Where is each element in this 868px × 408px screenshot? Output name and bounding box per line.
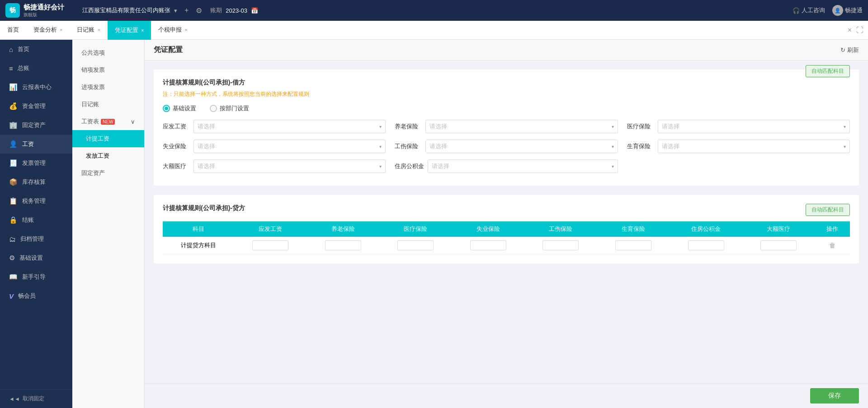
input-td-yfgz[interactable] bbox=[252, 240, 288, 250]
select-gsbx-placeholder: 请选择 bbox=[429, 142, 447, 150]
tab-tax-close-icon[interactable]: × bbox=[184, 27, 187, 33]
credit-table-wrapper: 科目 应发工资 养老保险 医疗保险 失业保险 工伤保险 生育保险 住房公积金 大… bbox=[163, 221, 850, 254]
tab-journal-label: 日记账 bbox=[77, 26, 94, 34]
input-td-ylbx[interactable] bbox=[325, 240, 361, 250]
sub-sidebar-journal[interactable]: 日记账 bbox=[72, 96, 144, 113]
td-dael bbox=[742, 237, 815, 254]
save-button[interactable]: 保存 bbox=[810, 388, 859, 403]
tab-journal-close-icon[interactable]: × bbox=[97, 27, 100, 33]
field-yfgz: 应发工资 请选择 ▾ bbox=[163, 120, 386, 133]
sidebar-item-home[interactable]: ⌂ 首页 bbox=[0, 40, 72, 59]
user-name: 畅捷通 bbox=[845, 6, 863, 14]
refresh-label: 刷新 bbox=[847, 46, 859, 54]
sidebar-item-archive[interactable]: 🗂 归档管理 bbox=[0, 230, 72, 249]
save-section: 保存 bbox=[145, 383, 868, 408]
tab-home[interactable]: 首页 bbox=[0, 21, 26, 40]
refresh-btn[interactable]: ↻ 刷新 bbox=[840, 46, 859, 54]
sidebar-item-asset[interactable]: 🏢 固定资产 bbox=[0, 116, 72, 135]
sub-sidebar-pay-salary[interactable]: 发放工资 bbox=[72, 147, 144, 164]
input-td-sybx2[interactable] bbox=[615, 240, 651, 250]
sub-sidebar-fixed-asset[interactable]: 固定资产 bbox=[72, 164, 144, 182]
select-ylbx2[interactable]: 请选择 ▾ bbox=[658, 120, 850, 133]
sidebar-item-closing[interactable]: 🔒 结账 bbox=[0, 211, 72, 230]
logo-text: 畅捷通好会计 bbox=[24, 3, 64, 11]
select-ylbx[interactable]: 请选择 ▾ bbox=[425, 120, 618, 133]
sub-sidebar-sales-invoice[interactable]: 销项发票 bbox=[72, 61, 144, 79]
sidebar-item-fund[interactable]: 💰 资金管理 bbox=[0, 97, 72, 116]
topbar-right: 🎧 人工咨询 👤 畅捷通 bbox=[793, 5, 863, 16]
headset-icon: 🎧 bbox=[793, 7, 800, 14]
sidebar-item-salary[interactable]: 👤 工资 bbox=[0, 135, 72, 154]
select-gsbx[interactable]: 请选择 ▾ bbox=[425, 140, 618, 153]
add-account-icon[interactable]: + bbox=[184, 6, 189, 14]
sub-sidebar-salary-table[interactable]: 工资表 NEW ∨ bbox=[72, 113, 144, 130]
label-gsbx: 工伤保险 bbox=[395, 142, 422, 150]
sidebar: ⌂ 首页 ≡ 总账 📊 云报表中心 💰 资金管理 🏢 固定资产 👤 工资 🧾 发… bbox=[0, 40, 72, 408]
sidebar-item-ledger[interactable]: ≡ 总账 bbox=[0, 59, 72, 78]
select-sybx[interactable]: 请选择 ▾ bbox=[193, 140, 386, 153]
sub-sidebar-purchase-invoice[interactable]: 进项发票 bbox=[72, 79, 144, 96]
radio-group: 基础设置 按部门设置 bbox=[163, 104, 850, 113]
company-dropdown-icon[interactable]: ▾ bbox=[174, 7, 177, 14]
sidebar-item-report[interactable]: 📊 云报表中心 bbox=[0, 78, 72, 97]
th-dael: 大额医疗 bbox=[742, 221, 815, 237]
user-menu[interactable]: 👤 畅捷通 bbox=[832, 5, 863, 16]
input-td-sybx[interactable] bbox=[470, 240, 506, 250]
debit-form-grid: 应发工资 请选择 ▾ 养老保险 请选择 ▾ 医疗 bbox=[163, 120, 850, 173]
select-zfgjj[interactable]: 请选择 ▾ bbox=[428, 159, 618, 173]
input-td-gsbx[interactable] bbox=[542, 240, 579, 250]
select-dael[interactable]: 请选择 ▾ bbox=[193, 159, 386, 173]
credit-table: 科目 应发工资 养老保险 医疗保险 失业保险 工伤保险 生育保险 住房公积金 大… bbox=[163, 221, 850, 254]
tab-journal[interactable]: 日记账 × bbox=[70, 21, 107, 40]
sidebar-item-vip[interactable]: V 畅会员 bbox=[0, 286, 72, 305]
sidebar-item-invoice[interactable]: 🧾 发票管理 bbox=[0, 154, 72, 173]
tab-fund-analysis[interactable]: 资金分析 × bbox=[26, 21, 70, 40]
table-header-row: 科目 应发工资 养老保险 医疗保险 失业保险 工伤保险 生育保险 住房公积金 大… bbox=[163, 221, 850, 237]
company-selector[interactable]: 江西服宝精品有限责任公司内账张 ▾ + ⚙ 账期 2023-03 📅 bbox=[82, 6, 793, 15]
sidebar-closing-label: 结账 bbox=[22, 216, 34, 224]
auto-match-debit-btn[interactable]: 自动匹配科目 bbox=[806, 65, 850, 77]
radio-dept[interactable]: 按部门设置 bbox=[210, 104, 249, 113]
debit-section: 自动匹配科目 计提核算规则(公司承担)-借方 注：只能选择一种方式，系统将按照您… bbox=[154, 70, 859, 186]
pin-icon: ◄◄ bbox=[9, 396, 20, 402]
calendar-icon[interactable]: 📅 bbox=[251, 7, 258, 14]
sub-sidebar-purchase-label: 进项发票 bbox=[81, 84, 105, 90]
period-label: 账期 bbox=[210, 6, 222, 14]
auto-match-credit-btn[interactable]: 自动匹配科目 bbox=[806, 204, 850, 216]
radio-dept-label: 按部门设置 bbox=[220, 104, 249, 113]
sub-sidebar-calc-salary[interactable]: 计提工资 bbox=[72, 130, 144, 147]
sidebar-item-tax[interactable]: 📋 税务管理 bbox=[0, 192, 72, 211]
tab-fund-close-icon[interactable]: × bbox=[60, 27, 62, 33]
select-sybx2-placeholder: 请选择 bbox=[662, 142, 679, 150]
tab-tax[interactable]: 个税申报 × bbox=[151, 21, 194, 40]
label-dael: 大额医疗 bbox=[163, 162, 190, 170]
service-label: 人工咨询 bbox=[802, 6, 825, 14]
input-td-zfgjj[interactable] bbox=[688, 240, 724, 250]
sub-sidebar-public[interactable]: 公共选项 bbox=[72, 44, 144, 61]
sidebar-item-inventory[interactable]: 📦 库存核算 bbox=[0, 173, 72, 192]
refresh-icon: ↻ bbox=[840, 47, 845, 53]
cancel-pin-btn[interactable]: ◄◄ 取消固定 bbox=[0, 389, 72, 408]
select-yfgz[interactable]: 请选择 ▾ bbox=[193, 120, 386, 133]
td-gsbx bbox=[524, 237, 597, 254]
radio-basic[interactable]: 基础设置 bbox=[163, 104, 196, 113]
label-sybx2: 生育保险 bbox=[627, 142, 654, 150]
tab-voucher-config[interactable]: 凭证配置 × bbox=[108, 21, 151, 40]
sidebar-item-guide[interactable]: 📖 新手引导 bbox=[0, 267, 72, 286]
tab-voucher-close-icon[interactable]: × bbox=[141, 28, 144, 33]
expand-window-icon[interactable]: ⛶ bbox=[856, 26, 863, 34]
td-ylbx bbox=[307, 237, 379, 254]
input-td-dael[interactable] bbox=[760, 240, 797, 250]
service-btn[interactable]: 🎧 人工咨询 bbox=[793, 6, 825, 14]
main-layout: ⌂ 首页 ≡ 总账 📊 云报表中心 💰 资金管理 🏢 固定资产 👤 工资 🧾 发… bbox=[0, 40, 868, 408]
input-td-ylbx2[interactable] bbox=[397, 240, 434, 250]
settings-icon[interactable]: ⚙ bbox=[196, 6, 202, 15]
logo-icon: 畅 bbox=[5, 3, 20, 18]
select-sybx2[interactable]: 请选择 ▾ bbox=[658, 140, 850, 153]
select-dael-placeholder: 请选择 bbox=[198, 162, 215, 170]
close-window-icon[interactable]: × bbox=[848, 26, 852, 34]
sidebar-ledger-label: 总账 bbox=[18, 64, 29, 72]
archive-icon: 🗂 bbox=[9, 235, 16, 243]
delete-row-icon[interactable]: 🗑 bbox=[829, 242, 835, 249]
sidebar-item-settings[interactable]: ⚙ 基础设置 bbox=[0, 249, 72, 267]
